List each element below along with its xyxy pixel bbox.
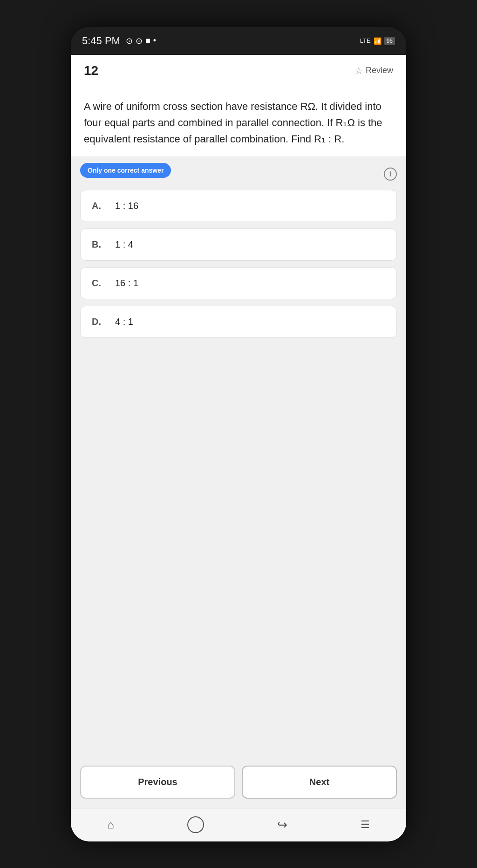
app-header: 12 ☆ Review [71,55,406,85]
option-c[interactable]: C. 16 : 1 [80,267,397,299]
option-b-label: B. [92,239,106,250]
status-icons: ⊙ ⊙ ■ • [126,36,156,46]
answer-type-label: Only one correct answer [88,167,164,174]
recent-apps-icon[interactable]: ⌂ [107,818,114,831]
nav-buttons: Previous Next [71,758,406,808]
option-a-label: A. [92,201,106,211]
status-bar: 5:45 PM ⊙ ⊙ ■ • LTE 📶 96 [71,27,406,55]
menu-icon[interactable]: ☰ [361,819,370,831]
alarm-icon: ⊙ [126,36,133,46]
signal-icon: 📶 [374,37,382,45]
question-number: 12 [84,63,98,78]
back-button[interactable]: ↩ [277,818,287,832]
answer-type-badge: Only one correct answer [80,163,171,178]
badge-info-row: Only one correct answer i [80,163,397,186]
option-d-text: 4 : 1 [115,316,133,327]
question-text: A wire of uniform cross section have res… [84,98,393,148]
dot-icon: • [153,36,156,46]
voicemail-icon: ⊙ [136,36,143,46]
phone-container: 5:45 PM ⊙ ⊙ ■ • LTE 📶 96 12 ☆ Review [71,27,406,841]
star-icon: ☆ [354,65,363,76]
option-a-text: 1 : 16 [115,201,138,211]
option-c-label: C. [92,278,106,289]
bottom-nav: ⌂ ↩ ☰ [71,808,406,841]
app-content: 12 ☆ Review A wire of uniform cross sect… [71,55,406,841]
previous-button[interactable]: Previous [80,766,235,799]
home-button[interactable] [187,816,204,833]
review-label: Review [366,66,393,75]
next-button[interactable]: Next [242,766,397,799]
option-d-label: D. [92,316,106,327]
answers-area: Only one correct answer i A. 1 : 16 B. 1… [71,156,406,758]
option-c-text: 16 : 1 [115,278,138,289]
review-button[interactable]: ☆ Review [354,65,393,76]
battery-indicator: 96 [384,37,395,45]
option-a[interactable]: A. 1 : 16 [80,190,397,222]
status-left: 5:45 PM ⊙ ⊙ ■ • [82,35,156,47]
option-b[interactable]: B. 1 : 4 [80,229,397,261]
time-display: 5:45 PM [82,35,120,47]
option-b-text: 1 : 4 [115,239,133,250]
option-d[interactable]: D. 4 : 1 [80,306,397,338]
question-body: A wire of uniform cross section have res… [71,85,406,157]
info-icon[interactable]: i [384,168,397,181]
status-right: LTE 📶 96 [360,37,395,45]
record-icon: ■ [145,36,150,46]
lte-icon: LTE [360,37,371,44]
